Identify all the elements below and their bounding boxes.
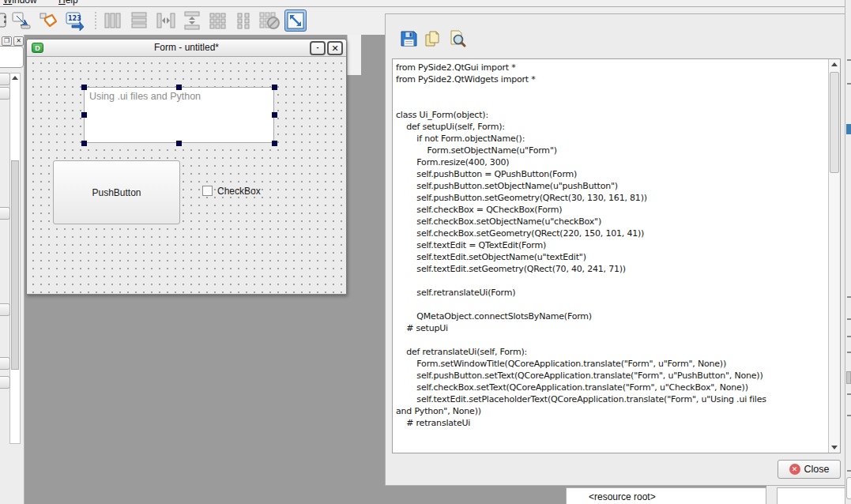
- resource-browser-side-panel: [777, 487, 851, 504]
- close-button-label: Close: [804, 464, 830, 475]
- menu-window[interactable]: Window: [3, 0, 37, 6]
- close-button[interactable]: ✕: [327, 41, 343, 55]
- scroll-up-icon[interactable]: [831, 62, 838, 66]
- textedit-placeholder: Using .ui files and Python: [89, 91, 201, 102]
- code-line: [396, 85, 827, 97]
- widget-filter-input[interactable]: [0, 46, 24, 68]
- code-line: from PySide2.QtGui import *: [396, 62, 827, 73]
- code-line: class Ui_Form(object):: [396, 109, 827, 121]
- code-line: self.textEdit.setObjectName(u"textEdit"): [396, 251, 827, 263]
- code-line: self.pushButton.setObjectName(u"pushButt…: [396, 180, 827, 192]
- minimize-icon: -: [317, 43, 319, 51]
- layout-splitter-horizontal-button[interactable]: [155, 9, 177, 32]
- code-line: Form.setObjectName(u"Form"): [396, 145, 827, 156]
- textedit-widget[interactable]: Using .ui files and Python: [84, 87, 274, 143]
- widget-category-item[interactable]: [0, 376, 10, 389]
- close-icon: ✕: [16, 37, 21, 44]
- save-button[interactable]: [399, 29, 419, 49]
- edit-tab-order-button[interactable]: 123: [63, 9, 85, 32]
- selection-handle-n[interactable]: [176, 85, 182, 90]
- code-line: self.textEdit.setPlaceholderText(QCoreAp…: [396, 393, 827, 405]
- code-scrollbar[interactable]: [828, 59, 840, 453]
- checkbox-widget[interactable]: CheckBox: [202, 175, 282, 207]
- find-icon: [448, 29, 468, 49]
- form-window-title: Form - untitled*: [27, 42, 346, 53]
- layout-vertical-icon: [129, 10, 149, 31]
- dialog-close-button[interactable]: ✕ Close: [778, 460, 841, 479]
- adjust-size-icon: [287, 12, 304, 29]
- code-textedit[interactable]: from PySide2.QtGui import *from PySide2.…: [392, 58, 841, 453]
- widget-category-item[interactable]: [0, 207, 10, 220]
- selection-handle-s[interactable]: [176, 141, 182, 146]
- form-designer-window: D Form - untitled* - ✕ Using .ui files a…: [26, 39, 347, 295]
- code-line: Form.resize(400, 300): [396, 156, 827, 168]
- scroll-down-icon[interactable]: [831, 446, 838, 449]
- edit-widgets-icon: [0, 11, 8, 30]
- adjust-size-button[interactable]: [284, 9, 307, 32]
- pushbutton-widget[interactable]: PushButton: [53, 160, 180, 224]
- widget-box-dock: ❐ ✕: [0, 35, 24, 504]
- layout-horizontal-icon: [103, 10, 123, 31]
- code-line: Form.setWindowTitle(QCoreApplication.tra…: [396, 358, 827, 370]
- code-line: self.textEdit = QTextEdit(Form): [396, 239, 827, 251]
- menu-bar: Window Help: [0, 0, 851, 7]
- widget-category-item[interactable]: [0, 357, 10, 370]
- layout-vertical-button[interactable]: [128, 9, 150, 32]
- scrollbar-thumb[interactable]: [11, 160, 19, 370]
- code-line: self.pushButton = QPushButton(Form): [396, 168, 827, 180]
- selection-handle-sw[interactable]: [81, 141, 87, 146]
- scrollbar-thumb[interactable]: [830, 72, 839, 173]
- code-line: [396, 334, 827, 346]
- form-window-titlebar[interactable]: D Form - untitled* - ✕: [27, 39, 346, 57]
- dock-float-button[interactable]: ❐: [2, 36, 12, 46]
- dock-close-button[interactable]: ✕: [13, 36, 24, 46]
- selection-handle-se[interactable]: [272, 141, 277, 146]
- widget-category-item[interactable]: [0, 303, 10, 316]
- float-icon: ❐: [4, 37, 9, 44]
- resource-browser-panel: <resource root>: [566, 487, 766, 504]
- widget-category-item[interactable]: [0, 87, 10, 100]
- selection-handle-nw[interactable]: [81, 85, 87, 90]
- code-line: self.pushButton.setGeometry(QRect(30, 13…: [396, 192, 827, 204]
- edit-signals-slots-button[interactable]: [10, 9, 32, 32]
- code-line: self.checkBox.setObjectName(u"checkBox"): [396, 216, 827, 228]
- svg-text:123: 123: [68, 15, 81, 22]
- widget-category-item[interactable]: [0, 73, 10, 85]
- resource-root-item[interactable]: <resource root>: [589, 491, 656, 502]
- layout-grid-icon: [208, 10, 228, 31]
- layout-form-icon: [234, 10, 254, 31]
- code-line: self.pushButton.setText(QCoreApplication…: [396, 370, 827, 382]
- edit-buddies-button[interactable]: [37, 9, 59, 32]
- menu-help[interactable]: Help: [58, 0, 78, 6]
- code-line: self.textEdit.setGeometry(QRect(70, 40, …: [396, 263, 827, 275]
- code-line: self.retranslateUi(Form): [396, 287, 827, 299]
- minimize-button[interactable]: -: [310, 41, 326, 55]
- edit-widgets-button[interactable]: [0, 9, 9, 32]
- selection-handle-w[interactable]: [81, 112, 87, 118]
- layout-form-button[interactable]: [233, 9, 255, 32]
- sliver-selected-item: [846, 124, 851, 134]
- code-line: [396, 97, 827, 109]
- layout-splitter-vertical-button[interactable]: [181, 9, 203, 32]
- selection-handle-e[interactable]: [272, 112, 277, 118]
- break-layout-button[interactable]: [258, 9, 281, 32]
- code-text: from PySide2.QtGui import *from PySide2.…: [396, 62, 827, 451]
- layout-grid-button[interactable]: [207, 9, 229, 32]
- copy-button[interactable]: [423, 29, 442, 49]
- code-line: self.checkBox = QCheckBox(Form): [396, 204, 827, 216]
- layout-horizontal-button[interactable]: [102, 9, 124, 32]
- toolbar-separator: [95, 12, 96, 29]
- find-button[interactable]: [448, 29, 468, 49]
- checkbox-indicator[interactable]: [202, 186, 213, 196]
- layout-splitter-vertical-icon: [182, 10, 202, 31]
- widget-box-scrollbar[interactable]: [9, 73, 21, 444]
- close-icon: ✕: [789, 464, 800, 475]
- code-line: def setupUi(self, Form):: [396, 121, 827, 133]
- code-line: and Python", None)): [396, 405, 827, 417]
- code-preview-dialog: from PySide2.QtGui import *from PySide2.…: [385, 13, 845, 486]
- code-line: from PySide2.QtWidgets import *: [396, 73, 827, 85]
- break-layout-icon: [258, 10, 281, 31]
- code-line: # retranslateUi: [396, 417, 827, 429]
- edit-signals-slots-icon: [11, 10, 32, 31]
- selection-handle-ne[interactable]: [272, 85, 277, 90]
